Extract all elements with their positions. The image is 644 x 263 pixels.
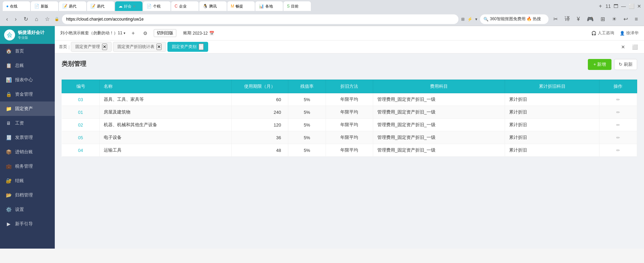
- back-btn[interactable]: ‹: [4, 15, 10, 24]
- user-avatar-btn[interactable]: 👤 徐泽华: [620, 30, 639, 36]
- edit-icon[interactable]: ✏: [616, 110, 620, 115]
- close-tab-depreciation-stat[interactable]: ✕: [156, 44, 162, 50]
- settle-icon: 🔐: [5, 178, 12, 183]
- browser-tab-close[interactable]: ✕: [133, 4, 136, 8]
- period-label: 账期: [183, 30, 191, 36]
- search-box[interactable]: 🔍 360智能抠图免费用 🔥 热搜: [480, 14, 548, 24]
- breadcrumb-home[interactable]: 首页: [59, 44, 67, 50]
- cell-rate: 5%: [288, 106, 326, 119]
- cell-code: 02: [62, 119, 100, 131]
- sidebar-item-archive[interactable]: 📂 归档管理: [0, 188, 55, 202]
- forward-btn[interactable]: ›: [13, 15, 18, 24]
- reload-btn[interactable]: ↻: [22, 14, 30, 24]
- sidebar-item-salary[interactable]: 🖥 工资: [0, 116, 55, 130]
- cell-accumulated: 累计折旧: [505, 106, 599, 119]
- col-header-name: 名称: [100, 80, 232, 93]
- home-btn[interactable]: ⌂: [33, 15, 40, 24]
- brightness-btn[interactable]: ☀: [610, 14, 619, 24]
- browser-tab-yidai1[interactable]: 📝 易代: [59, 1, 86, 11]
- sidebar-item-home[interactable]: 🏠 首页: [0, 44, 55, 58]
- page-content: 类别管理 + 新增 ↻ 刷新 编号 名称 使用期限（月） 残值率 折旧方法 费用…: [55, 53, 644, 249]
- expand-pane-btn[interactable]: ⬜: [630, 43, 640, 51]
- page-tab-fixed-assets-mgmt[interactable]: 固定资产管理 ✕: [71, 42, 112, 52]
- menu-btn[interactable]: ≡: [633, 15, 640, 24]
- page-tab-asset-category[interactable]: 固定资产类别 ✕: [167, 42, 208, 52]
- page-tab-depreciation-stat[interactable]: 固定资产折旧统计表 ✕: [113, 42, 166, 52]
- sidebar-item-settle[interactable]: 🔐 结账: [0, 174, 55, 188]
- devices-icon: ⊞: [461, 17, 465, 22]
- sidebar-item-purchase[interactable]: 📦 进销台账: [0, 145, 55, 159]
- cell-code: 03: [62, 93, 100, 106]
- grid-btn[interactable]: ⊞: [598, 14, 607, 24]
- consult-btn[interactable]: 🎧 人工咨询: [591, 30, 614, 36]
- cell-expense: 管理费用_固定资产折旧_一级: [373, 119, 505, 131]
- browser-tab-geshui[interactable]: 📄 个税: [143, 1, 171, 11]
- headset-icon: 🎧: [591, 31, 596, 36]
- cell-period: 60: [231, 93, 288, 106]
- add-btn[interactable]: + 新增: [588, 59, 611, 70]
- switch-version-btn[interactable]: 切到旧版: [154, 29, 176, 37]
- browser-tab-haokuai[interactable]: ☁ 好会 ✕: [115, 1, 142, 11]
- undo-btn[interactable]: ↩: [621, 14, 630, 24]
- sidebar-item-ledger[interactable]: 📋 总账: [0, 58, 55, 73]
- col-header-expense: 费用科目: [373, 80, 505, 93]
- sidebar-item-fund[interactable]: 🔒 资金管理: [0, 87, 55, 101]
- toolbar: + 新增 ↻ 刷新: [588, 59, 637, 70]
- col-header-action: 操作: [599, 80, 637, 93]
- close-tab-fixed-assets-mgmt[interactable]: ✕: [102, 44, 107, 50]
- refresh-btn[interactable]: ↻ 刷新: [614, 59, 637, 70]
- close-tab-asset-category[interactable]: ✕: [199, 44, 204, 50]
- edit-icon[interactable]: ✏: [616, 148, 620, 153]
- settings-account-btn[interactable]: ⚙: [141, 29, 150, 37]
- sidebar: 会 畅捷通好会计 专业版 🏠 首页 📋 总账 📊 报表中心 🔒 资金管理 📁 固…: [0, 26, 55, 249]
- browser-tab-qiye[interactable]: C 企业: [171, 1, 199, 11]
- calendar-icon[interactable]: 📅: [209, 31, 214, 36]
- tab-strip: ● 在线 📄 新版 📝 易代 📝 易代 ☁ 好会 ✕ 📄 个税 C 企业: [3, 1, 595, 11]
- col-header-method: 折旧方法: [326, 80, 373, 93]
- browser-tab-tencent[interactable]: 🐧 腾讯: [199, 1, 227, 11]
- currency-btn[interactable]: ¥: [575, 15, 582, 24]
- sidebar-item-fixed-assets[interactable]: 📁 固定资产: [0, 101, 55, 116]
- cell-action[interactable]: ✏: [599, 144, 637, 157]
- browser-tab-new[interactable]: 📄 新版: [31, 1, 58, 11]
- scissors-btn[interactable]: ✂: [551, 14, 560, 24]
- browser-tab-muqian[interactable]: S 目前: [283, 1, 311, 11]
- user-info: 刘小艳演示账套（勿删勿动！）11 ▾: [60, 30, 125, 36]
- table-body: 03 器具、工具、家具等 60 5% 年限平均 管理费用_固定资产折旧_一级 累…: [62, 93, 637, 157]
- cell-action[interactable]: ✏: [599, 106, 637, 119]
- browser-tab-online[interactable]: ● 在线: [3, 1, 30, 11]
- game-btn[interactable]: 🎮: [585, 14, 596, 24]
- edit-icon[interactable]: ✏: [616, 122, 620, 128]
- cell-accumulated: 累计折旧: [505, 93, 599, 106]
- cell-code: 04: [62, 144, 100, 157]
- sidebar-item-invoice[interactable]: 🧾 发票管理: [0, 130, 55, 145]
- sidebar-item-report[interactable]: 📊 报表中心: [0, 73, 55, 87]
- browser-tab-yidai2[interactable]: 📝 易代: [87, 1, 114, 11]
- col-header-accumulated: 累计折旧科目: [505, 80, 599, 93]
- cell-action[interactable]: ✏: [599, 131, 637, 144]
- cell-name: 机器、机械和其他生产设备: [100, 119, 232, 131]
- category-table: 编号 名称 使用期限（月） 残值率 折旧方法 费用科目 累计折旧科目 操作 03…: [62, 80, 637, 157]
- sidebar-item-settings[interactable]: ⚙️ 设置: [0, 202, 55, 217]
- add-account-btn[interactable]: +: [129, 29, 137, 37]
- home-icon: 🏠: [5, 48, 12, 54]
- sidebar-item-guide[interactable]: ▶ 新手引导: [0, 217, 55, 231]
- close-pane-btn[interactable]: ✕: [619, 43, 627, 51]
- translate-btn[interactable]: 译: [563, 14, 572, 24]
- search-icon: 🔍: [483, 17, 489, 22]
- cell-action[interactable]: ✏: [599, 93, 637, 106]
- cell-expense: 管理费用_固定资产折旧_一级: [373, 144, 505, 157]
- cell-action[interactable]: ✏: [599, 119, 637, 131]
- address-input[interactable]: [62, 14, 458, 24]
- col-header-period: 使用期限（月）: [231, 80, 288, 93]
- purchase-icon: 📦: [5, 149, 12, 155]
- cell-method: 年限平均: [326, 106, 373, 119]
- bookmark-btn[interactable]: ☆: [43, 14, 52, 24]
- browser-tab-gedi[interactable]: 📊 各地: [255, 1, 283, 11]
- edit-icon[interactable]: ✏: [616, 97, 620, 102]
- sidebar-item-tax[interactable]: 💼 税务管理: [0, 159, 55, 174]
- browser-tab-changjun[interactable]: M 畅提: [227, 1, 255, 11]
- edit-icon[interactable]: ✏: [616, 135, 620, 140]
- new-tab-btn[interactable]: +: [597, 2, 604, 11]
- cell-code: 01: [62, 106, 100, 119]
